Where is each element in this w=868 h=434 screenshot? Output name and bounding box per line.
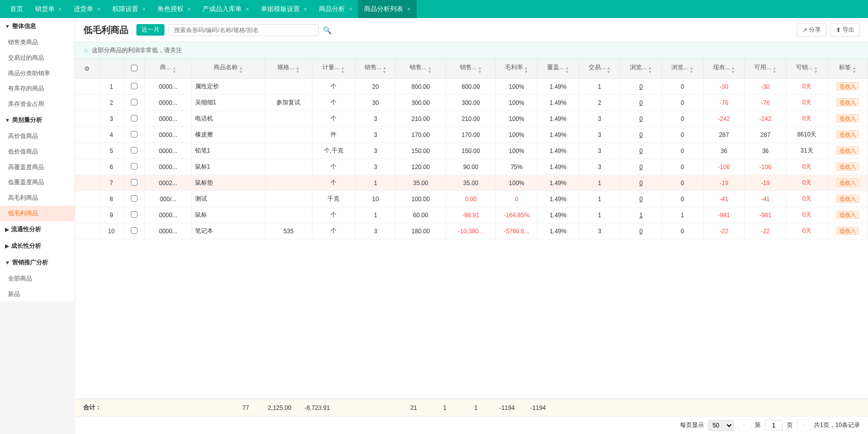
browse1-link[interactable]: 0 <box>639 83 643 90</box>
cell-check[interactable] <box>123 159 145 175</box>
cell-browse1[interactable]: 0 <box>620 143 662 159</box>
sidebar-item-low-margin[interactable]: 低毛利商品 <box>0 206 75 221</box>
sidebar-item-new-products[interactable]: 新品 <box>0 286 75 302</box>
th-check[interactable] <box>123 59 145 79</box>
sidebar-group-flow[interactable]: ▶ 流通性分析 <box>0 221 75 238</box>
sidebar-item-low-value[interactable]: 低价值商品 <box>0 144 75 160</box>
cell-check[interactable] <box>123 191 145 207</box>
period-tag-button[interactable]: 近一月 <box>136 24 164 36</box>
nav-home[interactable]: 首页 <box>4 0 29 18</box>
browse1-link[interactable]: 0 <box>639 164 643 171</box>
search-button[interactable]: 🔍 <box>323 26 331 34</box>
th-current-stock[interactable]: 现有...▲▼ <box>703 59 745 79</box>
nav-permission[interactable]: 权限设置 × <box>106 0 151 18</box>
th-coverage-rate[interactable]: 覆盖...▲▼ <box>538 59 579 79</box>
cell-num: 7 <box>99 175 123 191</box>
th-trade-count[interactable]: 交易...▲▼ <box>579 59 620 79</box>
th-avail-stock[interactable]: 可用...▲▼ <box>745 59 786 79</box>
row-checkbox[interactable] <box>131 195 137 202</box>
sidebar-item-high-margin[interactable]: 高毛利商品 <box>0 190 75 206</box>
cell-browse1[interactable]: 0 <box>620 111 662 127</box>
th-tag[interactable]: 标签▲▼ <box>827 59 867 79</box>
page-number-input[interactable] <box>765 420 783 430</box>
row-checkbox[interactable] <box>131 131 137 137</box>
th-name[interactable]: 商品名称▲▼ <box>192 59 265 79</box>
browse1-link[interactable]: 0 <box>639 228 643 235</box>
row-checkbox[interactable] <box>131 211 137 218</box>
nav-role-auth[interactable]: 角色授权 × <box>151 0 197 18</box>
sidebar-group-overall[interactable]: ▼ 整体信息 <box>0 18 75 35</box>
cell-check[interactable] <box>123 143 145 159</box>
browse1-link[interactable]: 0 <box>639 148 643 155</box>
nav-product-analysis-list[interactable]: 商品分析列表 × <box>358 0 416 18</box>
th-spec[interactable]: 规格...▲▼ <box>265 59 312 79</box>
sidebar-item-traded-products[interactable]: 交易过的商品 <box>0 50 75 66</box>
nav-product-entry[interactable]: 产成品入库单 × <box>197 0 255 18</box>
cell-browse1[interactable]: 0 <box>620 79 662 95</box>
th-browse1[interactable]: 浏览...▲▼ <box>620 59 662 79</box>
cell-check[interactable] <box>123 207 145 223</box>
th-unit[interactable]: 计量...▲▼ <box>312 59 356 79</box>
nav-purchase-order[interactable]: 进货单 × <box>68 0 106 18</box>
browse1-link[interactable]: 0 <box>639 131 643 138</box>
th-settings[interactable]: ⚙ <box>75 59 99 79</box>
share-button[interactable]: ↗ 分享 <box>797 23 826 37</box>
sidebar-group-marketing[interactable]: ▼ 营销推广分析 <box>0 254 75 271</box>
row-checkbox[interactable] <box>131 227 137 234</box>
nav-product-analysis[interactable]: 商品分析 × <box>313 0 358 18</box>
th-saleable-days[interactable]: 可销...▲▼ <box>786 59 828 79</box>
th-sale-profit[interactable]: 销售...▲▼ <box>446 59 496 79</box>
row-checkbox[interactable] <box>131 163 137 170</box>
th-gross-rate[interactable]: 毛利率▲▼ <box>496 59 538 79</box>
sidebar-group-category[interactable]: ▼ 类别量分析 <box>0 112 75 128</box>
group-arrow-flow: ▶ <box>5 227 9 232</box>
sidebar-item-low-coverage[interactable]: 低覆盖度商品 <box>0 175 75 190</box>
cell-check[interactable] <box>123 95 145 111</box>
table-container[interactable]: ⚙ 商...▲▼ 商品名称▲▼ 规格...▲▼ 计量. <box>75 59 868 398</box>
th-sale-qty[interactable]: 销售...▲▼ <box>356 59 396 79</box>
prev-page-button[interactable]: ＜ <box>738 419 751 431</box>
sidebar-item-all-products[interactable]: 全部商品 <box>0 271 75 286</box>
browse1-link[interactable]: 0 <box>639 115 643 122</box>
th-code[interactable]: 商...▲▼ <box>145 59 192 79</box>
th-sale-amt[interactable]: 销售...▲▼ <box>396 59 446 79</box>
select-all-checkbox[interactable] <box>131 65 137 71</box>
next-page-button[interactable]: ＞ <box>797 419 810 431</box>
th-browse2[interactable]: 浏览...▲▼ <box>662 59 704 79</box>
cell-browse1[interactable]: 0 <box>620 175 662 191</box>
row-checkbox[interactable] <box>131 99 137 105</box>
row-checkbox[interactable] <box>131 147 137 154</box>
sidebar-item-inventory-capital[interactable]: 库存资金占用 <box>0 96 75 112</box>
cell-check[interactable] <box>123 79 145 95</box>
sidebar-item-inventory-products[interactable]: 有库存的商品 <box>0 81 75 96</box>
sidebar-item-category-rate[interactable]: 商品分类助销率 <box>0 66 75 81</box>
sidebar-item-sales-products[interactable]: 销售类商品 <box>0 35 75 50</box>
row-checkbox[interactable] <box>131 115 137 121</box>
browse1-link[interactable]: 1 <box>639 212 643 219</box>
search-input[interactable] <box>168 24 319 36</box>
sidebar-group-growth[interactable]: ▶ 成长性分析 <box>0 238 75 254</box>
cell-check[interactable] <box>123 175 145 191</box>
row-checkbox[interactable] <box>131 179 137 186</box>
browse1-link[interactable]: 0 <box>639 99 643 106</box>
cell-browse1[interactable]: 1 <box>620 207 662 223</box>
footer-sale-amt: 2,125.00 <box>261 404 298 411</box>
row-checkbox[interactable] <box>131 83 137 89</box>
nav-template-settings[interactable]: 单据模板设置 × <box>255 0 313 18</box>
browse1-link[interactable]: 0 <box>639 196 643 203</box>
sidebar-item-high-value[interactable]: 高价值商品 <box>0 128 75 144</box>
nav-sales-order[interactable]: 销货单 × <box>29 0 68 18</box>
export-button[interactable]: ⬆ 导出 <box>830 23 860 37</box>
cell-check[interactable] <box>123 127 145 143</box>
cell-browse1[interactable]: 0 <box>620 223 662 239</box>
cell-browse1[interactable]: 0 <box>620 159 662 175</box>
cell-browse1[interactable]: 0 <box>620 95 662 111</box>
per-page-select[interactable]: 50 100 <box>708 420 734 431</box>
browse1-link[interactable]: 0 <box>639 180 643 187</box>
cell-check[interactable] <box>123 223 145 239</box>
cell-saleable: 8610天 <box>786 127 828 143</box>
cell-browse1[interactable]: 0 <box>620 191 662 207</box>
cell-browse1[interactable]: 0 <box>620 127 662 143</box>
cell-check[interactable] <box>123 111 145 127</box>
sidebar-item-high-coverage[interactable]: 高覆盖度商品 <box>0 160 75 175</box>
